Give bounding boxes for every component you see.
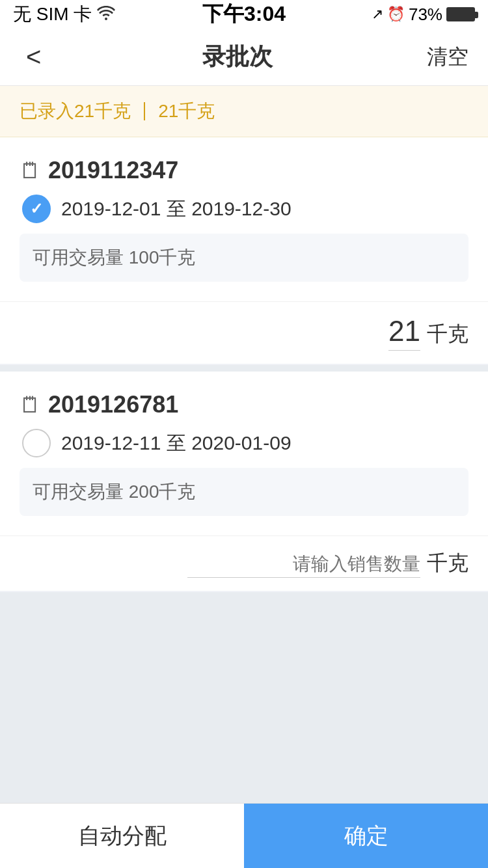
batch-1-availability: 可用交易量 100千克 <box>33 247 196 267</box>
status-bar: 无 SIM 卡 下午3:04 ↗ ⏰ 73% <box>0 0 488 29</box>
batch-2-availability-box: 可用交易量 200千克 <box>20 468 468 516</box>
nav-bar: < 录批次 清空 <box>0 29 488 86</box>
batch-2-date: 2019-12-11 至 2020-01-09 <box>61 430 291 457</box>
info-divider <box>144 102 145 120</box>
batch-1-icon: 🗒 <box>20 158 42 183</box>
batch-2-date-row[interactable]: 2019-12-11 至 2020-01-09 <box>20 429 468 457</box>
batch-1-unit: 千克 <box>427 320 468 349</box>
battery-label: 73% <box>409 5 442 25</box>
bottom-bar: 自动分配 确定 <box>0 803 488 868</box>
batch-2-id-row: 🗒 2019126781 <box>20 391 468 418</box>
batch-1-date-row[interactable]: ✓ 2019-12-01 至 2019-12-30 <box>20 195 468 223</box>
batch-2-input-row[interactable]: 千克 <box>0 536 488 591</box>
confirm-button[interactable]: 确定 <box>244 804 488 868</box>
batch-2-id: 2019126781 <box>48 391 178 418</box>
battery-icon <box>446 7 475 21</box>
batch-1-card: 🗒 2019112347 ✓ 2019-12-01 至 2019-12-30 可… <box>0 137 488 364</box>
check-icon: ✓ <box>30 200 43 218</box>
wifi-icon <box>97 4 115 25</box>
status-left: 无 SIM 卡 <box>13 2 115 27</box>
separator-1 <box>0 365 488 372</box>
status-time: 下午3:04 <box>202 0 286 29</box>
batch-2-availability: 可用交易量 200千克 <box>33 481 196 502</box>
status-right: ↗ ⏰ 73% <box>372 5 475 25</box>
quantity-input[interactable] <box>187 554 420 575</box>
carrier-label: 无 SIM 卡 <box>13 2 92 27</box>
batch-1-quantity-row: 21 千克 <box>0 301 488 364</box>
back-button[interactable]: < <box>20 36 47 78</box>
empty-area <box>0 592 488 839</box>
page-title: 录批次 <box>202 41 273 73</box>
alarm-icon: ⏰ <box>387 6 405 23</box>
batch-1-id-row: 🗒 2019112347 <box>20 157 468 184</box>
recorded-amount: 已录入21千克 <box>20 99 131 124</box>
info-banner: 已录入21千克 21千克 <box>0 86 488 137</box>
clear-button[interactable]: 清空 <box>427 43 468 72</box>
batch-1-availability-box: 可用交易量 100千克 <box>20 234 468 282</box>
input-underline <box>187 554 420 578</box>
batch-1-quantity: 21 <box>388 315 420 347</box>
batch-2-icon: 🗒 <box>20 392 42 418</box>
batch-1-radio[interactable]: ✓ <box>22 195 51 223</box>
batch-1-id: 2019112347 <box>48 157 178 184</box>
quantity-underline: 21 <box>388 315 420 351</box>
location-icon: ↗ <box>372 6 383 23</box>
batch-2-unit: 千克 <box>427 549 468 578</box>
total-amount: 21千克 <box>158 99 215 124</box>
batch-2-radio[interactable] <box>22 429 51 457</box>
batch-1-date: 2019-12-01 至 2019-12-30 <box>61 196 291 223</box>
auto-distribute-button[interactable]: 自动分配 <box>0 804 244 868</box>
batch-2-card: 🗒 2019126781 2019-12-11 至 2020-01-09 可用交… <box>0 372 488 591</box>
